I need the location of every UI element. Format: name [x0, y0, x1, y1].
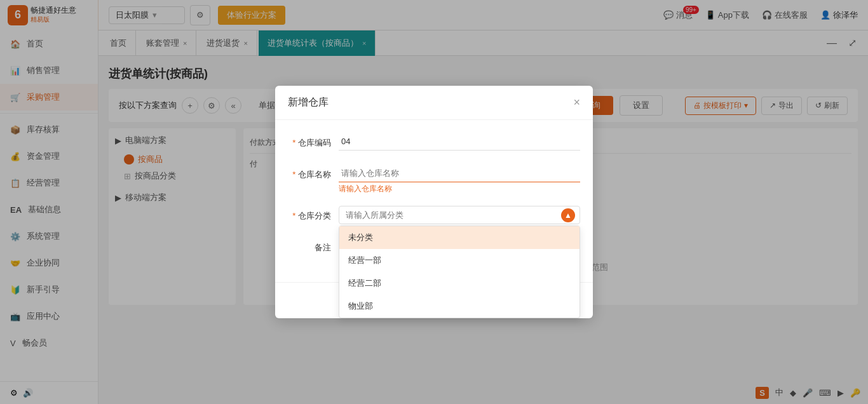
dialog-header: 新增仓库 × — [275, 86, 593, 120]
name-label: 仓库名称 — [288, 165, 339, 185]
code-label: 仓库编码 — [288, 133, 339, 153]
name-form-control: 请输入仓库名称 — [339, 165, 580, 194]
code-form-row: 仓库编码 — [288, 133, 580, 153]
name-form-row: 仓库名称 请输入仓库名称 — [288, 165, 580, 194]
name-input[interactable] — [339, 165, 580, 182]
category-input[interactable] — [339, 206, 580, 224]
code-input[interactable] — [339, 133, 580, 151]
code-form-control — [339, 133, 580, 151]
category-dropdown: 未分类 经营一部 经营二部 物业部 — [339, 226, 580, 318]
dropdown-item-none[interactable]: 未分类 — [339, 226, 580, 249]
add-warehouse-dialog: 新增仓库 × 仓库编码 仓库名称 请输入仓库名称 仓库分类 — [275, 86, 593, 318]
category-form-control: ▲ 未分类 经营一部 经营二部 物业部 — [339, 206, 580, 224]
dropdown-item-dept3[interactable]: 物业部 — [339, 295, 580, 318]
category-form-row: 仓库分类 ▲ 未分类 经营一部 经营二部 — [288, 206, 580, 226]
dialog-body: 仓库编码 仓库名称 请输入仓库名称 仓库分类 ▲ — [275, 120, 593, 282]
category-label: 仓库分类 — [288, 206, 339, 226]
category-arrow-button[interactable]: ▲ — [561, 208, 575, 222]
dialog-title: 新增仓库 — [288, 96, 329, 109]
name-error-message: 请输入仓库名称 — [339, 184, 580, 194]
dropdown-item-dept1[interactable]: 经营一部 — [339, 249, 580, 272]
note-label: 备注 — [288, 238, 339, 258]
dropdown-item-dept2[interactable]: 经营二部 — [339, 272, 580, 295]
modal-overlay: 新增仓库 × 仓库编码 仓库名称 请输入仓库名称 仓库分类 — [0, 0, 868, 404]
dialog-close-button[interactable]: × — [573, 96, 580, 109]
